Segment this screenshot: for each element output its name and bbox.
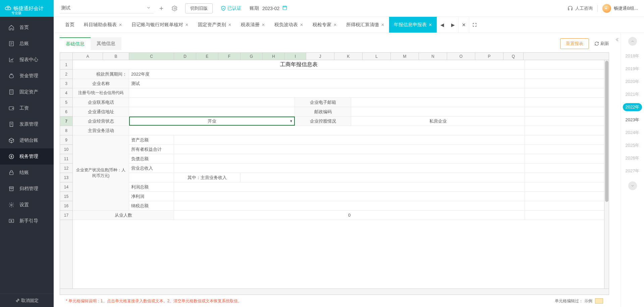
nav-close[interactable]: 结账 [0,165,54,181]
col-header[interactable]: I [285,53,306,60]
row-header[interactable]: 15 [60,192,72,201]
cell[interactable]: 利润总额 [129,182,174,191]
settings-button[interactable] [169,3,180,14]
row-header[interactable]: 6 [60,107,72,117]
row-header[interactable]: 17 [60,211,72,220]
select-all-corner[interactable] [60,53,73,60]
row-header[interactable]: 11 [60,154,72,164]
col-header[interactable]: Q [503,53,524,60]
tabs-next[interactable]: ▶ [447,17,458,33]
row-header[interactable]: 16 [60,201,72,211]
year-down-button[interactable] [628,181,637,190]
col-header[interactable]: C [129,53,174,60]
cell[interactable] [129,107,295,116]
row-header[interactable]: 3 [60,79,72,88]
cell[interactable]: 私营企业 [351,117,525,126]
tabs-close-all[interactable]: ✕ [458,17,469,33]
cell[interactable] [174,182,525,191]
col-header[interactable]: H [263,53,285,60]
col-header[interactable]: F [218,53,240,60]
year-item[interactable]: 2026年 [626,152,640,165]
cell[interactable]: 主营业务活动 [73,126,129,135]
reset-button[interactable]: 重置报表 [560,38,589,49]
nav-salary[interactable]: 工资 [0,100,54,116]
cell[interactable] [174,154,525,163]
tab-annual[interactable]: 年报信息申报表✕ [389,17,437,33]
row-header[interactable]: 4 [60,88,72,98]
vertical-scrollbar[interactable] [604,60,609,289]
year-item[interactable]: 2023年 [626,114,640,126]
nav-guide[interactable]: 新手引导 [0,213,54,229]
cell[interactable] [240,173,525,182]
tenant-select[interactable]: 测试 [60,3,154,13]
cell[interactable]: 企业控股情况 [295,117,351,126]
year-up-button[interactable] [628,37,637,46]
tab-taxlist[interactable]: 税表清册✕ [236,17,270,33]
close-icon[interactable]: ✕ [381,23,384,27]
row-header[interactable]: 5 [60,98,72,107]
row-header[interactable]: 14 [60,182,72,192]
close-icon[interactable]: ✕ [262,23,265,27]
tab-taxfluc[interactable]: 税负波动表✕ [270,17,308,33]
tab-incometax[interactable]: 所得税汇算清缴✕ [341,17,389,33]
refresh-button[interactable]: 刷新 [594,41,609,47]
cell[interactable]: 测试 [129,79,525,88]
nav-archive[interactable]: 归档管理 [0,181,54,197]
tab-taxexpert[interactable]: 税检专家✕ [308,17,341,33]
cell[interactable]: 负债总额 [129,154,174,163]
subtab-basic[interactable]: 基础信息 [60,37,91,50]
year-item[interactable]: 2021年 [626,88,640,101]
cell[interactable] [174,145,525,154]
cell[interactable] [174,135,525,144]
close-icon[interactable]: ✕ [333,23,337,27]
nav-reports[interactable]: 报表中心 [0,52,54,68]
cell[interactable] [174,192,525,201]
col-header[interactable]: N [419,53,447,60]
cell[interactable] [129,173,174,182]
switch-old-button[interactable]: 切到旧版 [185,3,213,13]
nav-invoice[interactable]: 发票管理 [0,116,54,132]
row-header[interactable]: 12 [60,164,72,173]
col-header[interactable]: J [306,53,334,60]
cell[interactable]: 其中：主营业务收入 [174,173,240,182]
cell[interactable]: 2022年度 [129,70,525,79]
merged-cell-assets[interactable]: 企业资产状况信息(币种：人民币万元) [73,135,129,211]
username[interactable]: 畅捷通B组... [614,5,638,11]
close-icon[interactable]: ✕ [119,23,122,27]
cell[interactable] [174,164,525,173]
year-item[interactable]: 2019年 [626,62,640,75]
col-header[interactable]: D [174,53,196,60]
tab-balance[interactable]: 科目辅助余额表✕ [79,17,127,33]
row-header[interactable]: 10 [60,145,72,154]
year-item-active[interactable]: 2022年 [623,103,642,111]
cell[interactable]: 企业经营状态 [73,117,129,126]
year-item[interactable]: 2020年 [626,75,640,88]
nav-home[interactable]: 首页 [0,19,54,36]
row-header[interactable]: 9 [60,135,72,145]
sheet-title[interactable]: 工商年报信息表 [73,60,525,69]
cell[interactable] [351,98,525,107]
cell[interactable]: 企业名称 [73,79,129,88]
cell[interactable] [129,98,295,107]
cell[interactable] [174,201,525,210]
close-icon[interactable]: ✕ [429,23,432,27]
cell[interactable]: 邮政编码 [295,107,351,116]
add-button[interactable] [156,3,167,14]
subtab-other[interactable]: 其他信息 [91,37,121,50]
col-header[interactable]: L [363,53,391,60]
nav-assets[interactable]: 固定资产 [0,84,54,100]
nav-tax[interactable]: 税务管理 [0,148,54,165]
row-header[interactable]: 13 [60,173,72,182]
cell[interactable]: 纳税总额 [129,201,174,210]
nav-inventory[interactable]: 进销台账 [0,132,54,148]
col-header[interactable]: E [196,53,218,60]
verified-badge[interactable]: 已认证 [221,5,241,11]
tabs-prev[interactable]: ◀ [437,17,447,33]
col-header[interactable]: A [73,53,103,60]
cell[interactable] [129,126,525,135]
tab-bankrec[interactable]: 日记账与银行对账单核对✕ [127,17,193,33]
horizontal-scrollbar[interactable] [60,289,609,295]
tab-assetcat[interactable]: 固定资产类别✕ [193,17,236,33]
year-item[interactable]: 2027年 [626,165,640,177]
col-header[interactable]: M [391,53,419,60]
